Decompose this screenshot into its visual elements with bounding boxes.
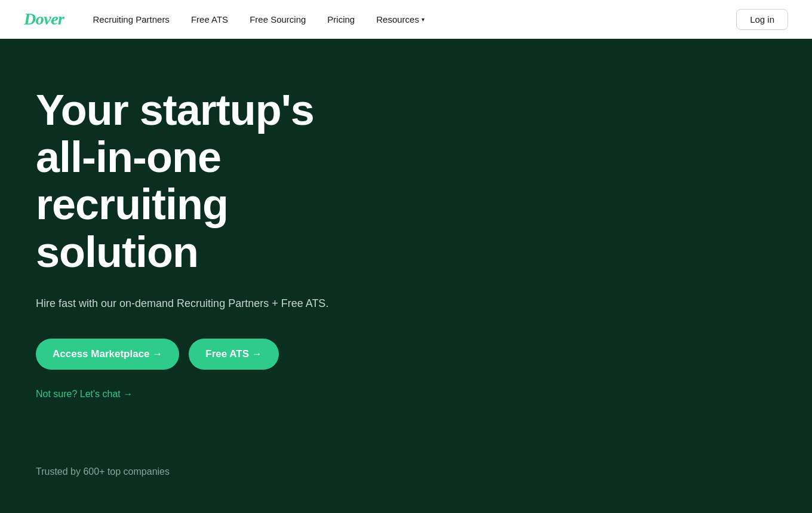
nav-item-free-sourcing[interactable]: Free Sourcing bbox=[250, 14, 306, 24]
nav-item-pricing[interactable]: Pricing bbox=[327, 14, 355, 24]
nav-item-free-ats[interactable]: Free ATS bbox=[191, 14, 228, 24]
hero-content: Your startup's all-in-one recruiting sol… bbox=[36, 87, 406, 400]
hero-buttons: Access Marketplace → Free ATS → bbox=[36, 339, 406, 370]
hero-title-line1: Your startup's bbox=[36, 86, 314, 134]
hero-title-line3: solution bbox=[36, 228, 198, 276]
trusted-text: Trusted by 600+ top companies bbox=[36, 466, 776, 477]
login-button[interactable]: Log in bbox=[736, 9, 788, 30]
free-ats-button[interactable]: Free ATS → bbox=[189, 339, 278, 370]
logo[interactable]: Dover bbox=[24, 10, 64, 29]
hero-title-line2: all-in-one recruiting bbox=[36, 133, 228, 228]
hero-section: Your startup's all-in-one recruiting sol… bbox=[0, 39, 812, 513]
hero-footer: Trusted by 600+ top companies bbox=[36, 419, 776, 477]
hero-subtitle: Hire fast with our on-demand Recruiting … bbox=[36, 295, 406, 312]
nav-item-resources[interactable]: Resources ▾ bbox=[376, 14, 425, 24]
nav-item-recruiting-partners[interactable]: Recruiting Partners bbox=[93, 14, 169, 24]
navbar: Dover Recruiting Partners Free ATS Free … bbox=[0, 0, 812, 39]
nav-links: Recruiting Partners Free ATS Free Sourci… bbox=[93, 14, 736, 24]
chat-link[interactable]: Not sure? Let's chat → bbox=[36, 389, 133, 399]
access-marketplace-button[interactable]: Access Marketplace → bbox=[36, 339, 179, 370]
chevron-down-icon: ▾ bbox=[422, 16, 425, 23]
hero-title: Your startup's all-in-one recruiting sol… bbox=[36, 87, 406, 276]
resources-label: Resources bbox=[376, 14, 419, 24]
